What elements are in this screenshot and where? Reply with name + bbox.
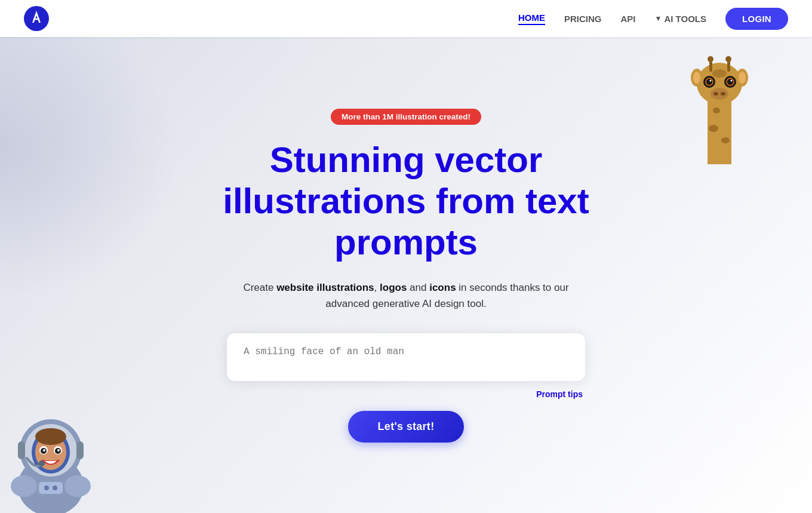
headline-line3: prompts <box>334 222 478 262</box>
svg-point-40 <box>57 449 60 451</box>
prompt-tips-area: Prompt tips <box>227 389 585 399</box>
subtext-bold3: icons <box>429 282 456 293</box>
subtext-bold1: website illustrations <box>276 282 374 293</box>
navbar: HOME PRICING API ▼ AI TOOLS LOGIN <box>0 0 812 37</box>
logo-icon[interactable] <box>24 6 49 31</box>
nav-link-pricing[interactable]: PRICING <box>564 14 602 24</box>
svg-rect-41 <box>18 441 25 459</box>
subtext-sep1: , <box>374 282 380 293</box>
login-button[interactable]: LOGIN <box>725 8 788 30</box>
subtext-prefix: Create <box>243 282 276 293</box>
nav-ai-tools-dropdown[interactable]: ▼ AI TOOLS <box>655 14 706 24</box>
nav-link-home[interactable]: HOME <box>518 13 545 25</box>
nav-ai-tools-label: AI TOOLS <box>664 14 706 24</box>
svg-point-47 <box>44 486 49 490</box>
prompt-input-wrapper <box>227 333 585 383</box>
svg-rect-46 <box>39 482 63 494</box>
svg-point-48 <box>53 486 57 490</box>
hero-headline: Stunning vector illustrations from text … <box>223 139 589 263</box>
nav-link-api[interactable]: API <box>621 14 636 24</box>
hero-section: More than 1M illustration created! Stunn… <box>0 37 812 443</box>
headline-line2: illustrations from text <box>223 181 589 221</box>
prompt-input[interactable] <box>227 333 585 381</box>
hero-subtext: Create website illustrations, logos and … <box>239 279 573 312</box>
milestone-badge: More than 1M illustration created! <box>331 109 481 125</box>
svg-point-45 <box>64 475 91 497</box>
cta-button[interactable]: Let's start! <box>348 411 465 443</box>
prompt-tips-link[interactable]: Prompt tips <box>536 389 583 399</box>
headline-line1: Stunning vector <box>270 140 543 180</box>
subtext-sep2: and <box>407 282 429 293</box>
chevron-down-icon: ▼ <box>655 14 662 23</box>
subtext-bold2: logos <box>380 282 407 293</box>
svg-point-44 <box>11 475 37 497</box>
nav-logo-area <box>24 6 49 31</box>
svg-rect-42 <box>76 441 84 459</box>
nav-links: HOME PRICING API ▼ AI TOOLS LOGIN <box>518 8 788 30</box>
svg-point-39 <box>43 449 45 451</box>
svg-point-43 <box>39 460 45 466</box>
